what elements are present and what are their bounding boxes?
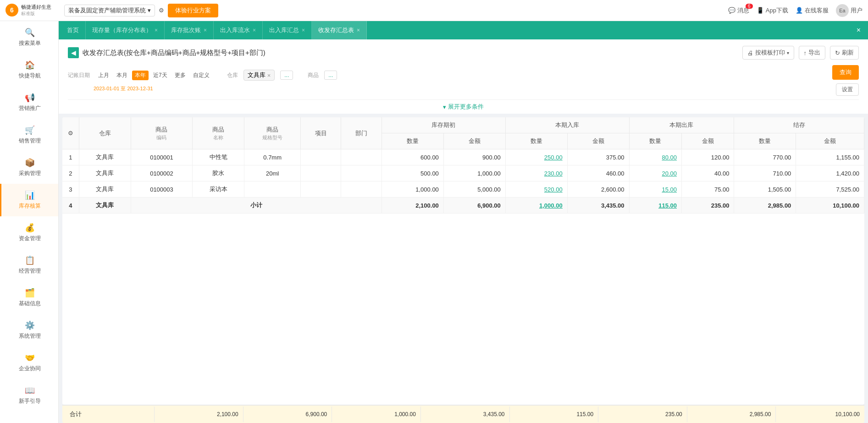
tab-flow-close[interactable]: × — [253, 27, 256, 33]
footer-balance-amt: 10,100.00 — [775, 407, 864, 422]
date-shortcuts: 上月 本月 本年 近7天 更多 自定义 — [95, 71, 212, 80]
sidebar-item-purchase[interactable]: 📦 采购管理 — [0, 151, 58, 184]
date-btn-more[interactable]: 更多 — [172, 71, 188, 80]
date-btn-7days[interactable]: 近7天 — [150, 71, 170, 80]
cell-spec: 20ml — [244, 165, 300, 181]
expand-conditions[interactable]: ▾ 展开更多条件 — [68, 99, 859, 114]
date-btn-last-month[interactable]: 上月 — [95, 71, 112, 80]
tab-batch[interactable]: 库存批次账 × — [165, 21, 214, 39]
sidebar-item-guide[interactable]: 📖 新手引导 — [0, 379, 58, 412]
online-service-item[interactable]: 👤 在线客服 — [796, 6, 829, 15]
cell-out-qty[interactable]: 15.00 — [629, 181, 681, 198]
print-button[interactable]: 🖨 按模板打印 ▾ — [742, 46, 794, 60]
settings-icon[interactable]: ⚙ — [159, 7, 164, 14]
sidebar-item-marketing[interactable]: 📢 营销推广 — [0, 86, 58, 119]
cell-opening-amt: 1,000.00 — [443, 165, 505, 181]
refresh-label: 刷新 — [842, 49, 854, 57]
tab-receive-send-label: 收发存汇总表 — [318, 26, 354, 34]
system-dropdown[interactable]: 装备及固定资产辅助管理系统 ▾ — [64, 5, 155, 16]
service-icon: 👤 — [796, 7, 803, 14]
tab-inventory-dist[interactable]: 现存量（库存分布表） × — [86, 21, 165, 39]
cell-department — [341, 165, 382, 181]
cell-subtotal-opening-qty: 2,100.00 — [381, 198, 443, 214]
trial-button[interactable]: 体验行业方案 — [168, 4, 218, 17]
sidebar-item-sales[interactable]: 🛒 销售管理 — [0, 119, 58, 151]
export-button[interactable]: ↑ 导出 — [799, 46, 826, 60]
collapse-btn[interactable]: ◀ — [68, 47, 79, 58]
cell-subtotal-out-amt: 235.00 — [681, 198, 734, 214]
content-area: 首页 现存量（库存分布表） × 库存批次账 × 出入库流水 × 出入库汇总 × … — [59, 21, 868, 423]
data-table: ⚙ 仓库 商品编码 商品名称 商品规格型号 项目 部门 库存期初 本期入库 本期… — [62, 117, 864, 214]
sidebar-item-basic[interactable]: 🗂️ 基础信息 — [0, 281, 58, 314]
cell-subtotal-out-qty[interactable]: 115.00 — [629, 198, 681, 214]
tab-receive-send[interactable]: 收发存汇总表 × — [312, 21, 367, 39]
table-container: ⚙ 仓库 商品编码 商品名称 商品规格型号 项目 部门 库存期初 本期入库 本期… — [62, 117, 864, 405]
th-opening-amt: 金额 — [443, 133, 505, 149]
th-goods-code: 商品编码 — [131, 117, 193, 149]
cell-in-qty[interactable]: 230.00 — [505, 165, 567, 181]
dropdown-icon: ▾ — [148, 7, 151, 14]
tab-receive-send-close[interactable]: × — [357, 27, 360, 33]
table-body: 1 文具库 0100001 中性笔 0.7mm 600.00 900.00 25… — [62, 149, 864, 214]
sidebar-label-inventory: 库存核算 — [19, 202, 41, 210]
table-footer: 合计 2,100.00 6,900.00 1,000.00 3,435.00 1… — [62, 405, 864, 423]
inventory-icon: 📊 — [25, 190, 35, 200]
export-icon: ↑ — [804, 49, 807, 56]
date-btn-this-year[interactable]: 本年 — [132, 71, 149, 80]
query-button[interactable]: 查询 — [832, 65, 859, 80]
settings-filter-button[interactable]: 设置 — [836, 83, 859, 96]
th-in-amt: 金额 — [567, 133, 629, 149]
sidebar-label-basic: 基础信息 — [19, 300, 41, 308]
footer-row: 合计 2,100.00 6,900.00 1,000.00 3,435.00 1… — [62, 406, 864, 423]
expand-icon: ▾ — [443, 104, 446, 110]
warehouse-more-btn[interactable]: ... — [280, 71, 293, 80]
tab-summary-close[interactable]: × — [302, 27, 305, 33]
cell-out-qty[interactable]: 20.00 — [629, 165, 681, 181]
refresh-button[interactable]: ↻ 刷新 — [830, 46, 859, 60]
sidebar-item-business[interactable]: 📋 经营管理 — [0, 249, 58, 281]
table-row: 3 文具库 0100003 采访本 1,000.00 5,000.00 520.… — [62, 181, 864, 198]
sidebar-label-marketing: 营销推广 — [19, 104, 41, 112]
tab-home[interactable]: 首页 — [61, 21, 86, 39]
sidebar-label-business: 经营管理 — [19, 267, 41, 275]
th-out-qty: 数量 — [629, 133, 681, 149]
purchase-icon: 📦 — [25, 158, 35, 168]
date-btn-custom[interactable]: 自定义 — [190, 71, 212, 80]
message-item[interactable]: 💬 消息 6 — [728, 6, 749, 15]
user-item[interactable]: Ea 用户 — [836, 4, 862, 17]
tab-bar-close-all[interactable]: × — [851, 26, 866, 34]
sidebar-item-inventory[interactable]: 📊 库存核算 — [0, 184, 58, 216]
cell-in-qty[interactable]: 520.00 — [505, 181, 567, 198]
tab-summary[interactable]: 出入库汇总 × — [263, 21, 312, 39]
goods-more-btn[interactable]: ... — [324, 71, 337, 80]
search-icon: 🔍 — [25, 27, 35, 38]
table-settings-icon[interactable]: ⚙ — [68, 130, 73, 137]
sidebar-item-search[interactable]: 🔍 搜索菜单 — [0, 21, 58, 54]
cell-name: 采访本 — [193, 181, 244, 198]
tab-flow[interactable]: 出入库流水 × — [214, 21, 263, 39]
tab-inventory-dist-close[interactable]: × — [155, 27, 158, 33]
table-row: 2 文具库 0100002 胶水 20ml 500.00 1,000.00 23… — [62, 165, 864, 181]
sidebar-item-quick-nav[interactable]: 🏠 快捷导航 — [0, 54, 58, 86]
cell-out-qty[interactable]: 80.00 — [629, 149, 681, 165]
top-bar: 6 畅捷通好生意 标准版 装备及固定资产辅助管理系统 ▾ ⚙ 体验行业方案 💬 … — [0, 0, 868, 21]
enterprise-icon: 🤝 — [25, 353, 35, 363]
cell-subtotal-in-qty[interactable]: 1,000.00 — [505, 198, 567, 214]
page-actions: 🖨 按模板打印 ▾ ↑ 导出 ↻ 刷新 — [742, 46, 859, 60]
date-btn-this-month[interactable]: 本月 — [114, 71, 130, 80]
date-range-display: 2023-01-01 至 2023-12-31 — [68, 85, 832, 94]
system-name: 装备及固定资产辅助管理系统 — [68, 6, 146, 15]
cell-num: 1 — [62, 149, 79, 165]
app-download-item[interactable]: 📱 App下载 — [757, 6, 788, 15]
cell-spec: 0.7mm — [244, 149, 300, 165]
sidebar-item-finance[interactable]: 💰 资金管理 — [0, 216, 58, 249]
tab-batch-close[interactable]: × — [204, 27, 207, 33]
cell-in-amt: 460.00 — [567, 165, 629, 181]
sidebar-item-system[interactable]: ⚙️ 系统管理 — [0, 314, 58, 346]
online-service-label: 在线客服 — [805, 6, 829, 15]
cell-warehouse: 文具库 — [79, 165, 131, 181]
warehouse-tag-close[interactable]: × — [267, 72, 271, 79]
sidebar-item-enterprise[interactable]: 🤝 企业协同 — [0, 346, 58, 379]
cell-in-qty[interactable]: 250.00 — [505, 149, 567, 165]
tab-batch-label: 库存批次账 — [171, 26, 201, 34]
